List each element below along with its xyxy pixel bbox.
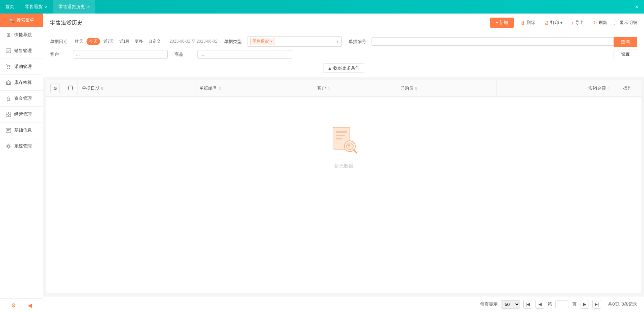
empty-icon <box>327 124 361 158</box>
collapse-up-icon: ▲ <box>328 66 332 71</box>
query-button[interactable]: 查询 <box>614 37 637 47</box>
page-size-label: 每页显示 <box>480 301 498 307</box>
operations-mgmt-icon <box>5 111 11 117</box>
number-filter-input[interactable] <box>372 37 637 46</box>
date-btn-more[interactable]: 更多 <box>133 38 145 45</box>
sidebar-item-finance-mgmt-label: 资金管理 <box>14 95 32 102</box>
sidebar-item-system-mgmt[interactable]: 系统管理 <box>0 138 43 154</box>
display-detail-toggle[interactable]: 显示明细 <box>614 20 637 26</box>
sidebar-bottom: ⚙ ◀ <box>0 298 43 312</box>
sidebar-search[interactable]: 🔍 搜索菜单 <box>0 14 43 27</box>
type-tag-close[interactable]: ✕ <box>270 40 273 43</box>
add-button[interactable]: + 新增 <box>490 18 514 28</box>
tab-home[interactable]: 首页 <box>0 0 20 14</box>
svg-rect-7 <box>6 112 8 114</box>
svg-line-21 <box>354 150 357 153</box>
inventory-icon <box>5 80 11 86</box>
date-btn-7days[interactable]: 近7天 <box>101 38 116 45</box>
date-btn-custom[interactable]: 自定义 <box>146 38 163 45</box>
sidebar-nav: ⊞ 快捷导航 销售管理 采购管理 库存核算 <box>0 27 43 298</box>
th-guide-sortable[interactable]: 导购员 ⇅ <box>400 85 492 91</box>
prev-page-btn[interactable]: ◀ <box>535 300 544 309</box>
sidebar-item-operations-mgmt[interactable]: 经营管理 <box>0 107 43 122</box>
refresh-button[interactable]: ↻ 刷新 <box>591 18 610 27</box>
pagination-bar: 每页显示 20 50 100 |◀ ◀ 第 1 页 ▶ ▶| 共0页, 0条记录 <box>43 296 644 312</box>
print-button[interactable]: 🖨 打印 ▾ <box>542 18 565 27</box>
main-layout: 🔍 搜索菜单 ⊞ 快捷导航 销售管理 采购管理 <box>0 14 644 312</box>
type-tag: 零售退货 ✕ <box>250 38 275 45</box>
select-all-checkbox[interactable] <box>68 86 73 90</box>
sidebar-item-finance-mgmt[interactable]: 资金管理 <box>0 91 43 107</box>
print-icon: 🖨 <box>545 20 549 25</box>
th-guide: 导购员 ⇅ <box>396 80 496 97</box>
th-amount-label: 实销金额 <box>588 85 606 91</box>
sidebar-search-label: 搜索菜单 <box>17 17 34 23</box>
sidebar-item-basic-info[interactable]: 基础信息 <box>0 122 43 138</box>
sidebar-item-quick-nav[interactable]: ⊞ 快捷导航 <box>0 27 43 43</box>
filter-row-1: 单据日期 昨天 今天 近7天 近1月 更多 自定义 2023-06-02 至 2… <box>50 36 637 47</box>
tab-retail-return[interactable]: 零售退货 ✕ <box>20 0 53 14</box>
type-select[interactable]: 零售退货 ✕ ▾ <box>247 36 342 47</box>
date-range-display: 2023-06-02 至 2023-06-02 <box>169 39 217 44</box>
basic-info-icon <box>5 127 11 133</box>
settings-bottom-icon[interactable]: ⚙ <box>11 302 16 309</box>
svg-rect-10 <box>9 115 11 117</box>
number-filter-label: 单据编号 <box>349 39 369 45</box>
export-button[interactable]: ↑ 导出 <box>569 18 587 27</box>
window-close-btn[interactable]: ✕ <box>635 4 644 9</box>
customer-select[interactable]: ... <box>73 50 168 59</box>
page-size-select[interactable]: 20 50 100 <box>501 300 520 309</box>
th-actions-label: 操作 <box>623 86 632 91</box>
date-btn-group: 昨天 今天 近7天 近1月 更多 自定义 <box>73 38 163 45</box>
svg-rect-9 <box>6 115 8 117</box>
th-date-sortable[interactable]: 单据日期 ⇅ <box>82 85 191 91</box>
svg-point-22 <box>348 144 350 147</box>
svg-rect-16 <box>336 131 347 133</box>
collapse-btn[interactable]: ▲ 收起更多条件 <box>323 63 364 73</box>
header-actions: + 新增 🗑 删除 🖨 打印 ▾ ↑ 导出 ↻ 刷新 <box>490 18 637 28</box>
th-amount-sortable[interactable]: 实销金额 ⇅ <box>501 85 610 91</box>
th-customer-sort-icon: ⇅ <box>327 87 330 90</box>
th-customer-sortable[interactable]: 客户 ⇅ <box>317 85 392 91</box>
settings-button[interactable]: 设置 <box>614 49 637 59</box>
svg-rect-8 <box>9 112 11 114</box>
date-btn-1month[interactable]: 近1月 <box>117 38 132 45</box>
svg-rect-11 <box>6 128 11 132</box>
data-table: ⚙ 单据日期 ⇅ 单据编号 <box>46 80 641 97</box>
export-icon: ↑ <box>572 20 574 25</box>
filter-row-2: 客户 ... 商品 ... <box>50 50 637 59</box>
tab-retail-return-history-close[interactable]: ✕ <box>87 5 90 9</box>
print-dropdown-icon: ▾ <box>560 21 562 25</box>
first-page-btn[interactable]: |◀ <box>523 300 532 309</box>
collapse-row: ▲ 收起更多条件 <box>50 62 637 73</box>
system-mgmt-icon <box>5 143 11 149</box>
th-checkbox <box>64 80 78 97</box>
sidebar-item-purchase-mgmt[interactable]: 采购管理 <box>0 59 43 75</box>
customer-filter-label: 客户 <box>50 51 70 58</box>
svg-point-14 <box>7 145 9 147</box>
sidebar-item-sales-mgmt[interactable]: 销售管理 <box>0 43 43 59</box>
goods-select[interactable]: ... <box>197 50 292 59</box>
sidebar-item-quick-nav-label: 快捷导航 <box>14 32 32 38</box>
table-header: ⚙ 单据日期 ⇅ 单据编号 <box>46 80 641 97</box>
purchase-mgmt-icon <box>5 64 11 70</box>
svg-rect-0 <box>6 49 11 53</box>
date-btn-today[interactable]: 今天 <box>87 38 100 45</box>
table-settings-btn[interactable]: ⚙ <box>50 84 60 93</box>
page-number-input[interactable]: 1 <box>555 300 569 308</box>
sidebar-item-inventory[interactable]: 库存核算 <box>0 75 43 91</box>
next-page-btn[interactable]: ▶ <box>580 300 589 309</box>
th-amount-sort-icon: ⇅ <box>607 87 610 90</box>
last-page-btn[interactable]: ▶| <box>592 300 601 309</box>
date-btn-yesterday[interactable]: 昨天 <box>73 38 85 45</box>
query-action-group: 查询 设置 <box>614 37 637 59</box>
display-detail-checkbox[interactable] <box>614 21 618 25</box>
th-number-sort-icon: ⇅ <box>218 87 221 90</box>
sidebar-item-system-mgmt-label: 系统管理 <box>14 143 32 149</box>
content-area: 零售退货历史 + 新增 🗑 删除 🖨 打印 ▾ ↑ 导出 ↻ <box>43 14 644 312</box>
th-number-sortable[interactable]: 单据编号 ⇅ <box>199 85 309 91</box>
delete-button[interactable]: 🗑 删除 <box>518 18 538 27</box>
tab-retail-return-history[interactable]: 零售退货历史 ✕ <box>53 0 95 14</box>
tab-retail-return-close[interactable]: ✕ <box>45 5 48 9</box>
collapse-sidebar-icon[interactable]: ◀ <box>28 302 32 309</box>
